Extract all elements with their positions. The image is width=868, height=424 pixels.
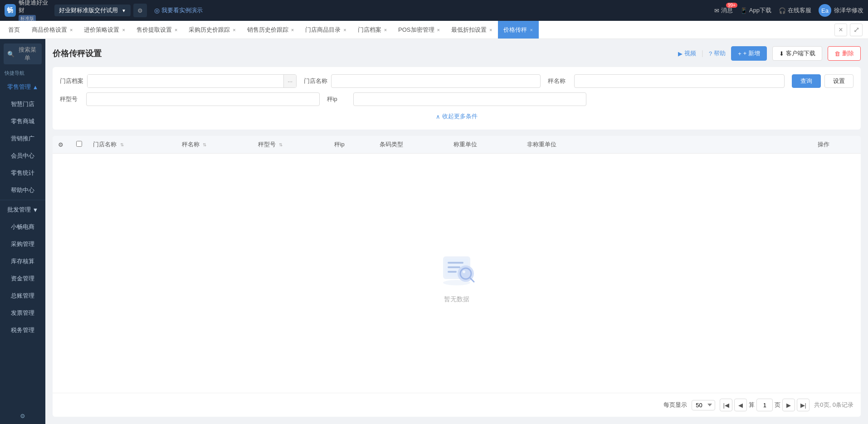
tab-close-icon[interactable]: × xyxy=(530,27,532,33)
sidebar-settings-button[interactable]: ⚙ xyxy=(0,408,45,424)
page-input[interactable] xyxy=(756,399,773,411)
tab-sale-history[interactable]: 销售历史价跟踪 × xyxy=(242,21,300,39)
store-name-label: 门店名称 xyxy=(304,77,327,85)
tab-purchase-strategy[interactable]: 进价策略设置 × xyxy=(78,21,131,39)
svg-rect-5 xyxy=(448,271,457,273)
scale-model-input[interactable] xyxy=(86,92,320,106)
tab-close-icon[interactable]: × xyxy=(384,27,387,33)
per-page-select[interactable]: 10 20 50 100 xyxy=(692,400,715,410)
tab-maximize-button[interactable]: ⤢ xyxy=(850,24,863,36)
add-button[interactable]: + + 新增 xyxy=(731,46,767,61)
sidebar-item-inventory[interactable]: 库存核算 xyxy=(0,253,45,270)
client-download-button[interactable]: ⬇ 客户端下载 xyxy=(772,46,822,61)
video-link[interactable]: ▶ 视频 xyxy=(678,49,696,58)
dropdown-arrow-icon: ▼ xyxy=(122,8,126,13)
help-link[interactable]: ? 帮助 xyxy=(709,49,726,58)
app-download-button[interactable]: 📱 App下载 xyxy=(740,6,771,14)
scale-name-input[interactable] xyxy=(574,74,785,88)
download2-icon: ⬇ xyxy=(779,50,784,57)
first-page-button[interactable]: |◀ xyxy=(720,399,732,411)
tab-bar: 首页 商品价格设置 × 进价策略设置 × 售价提取设置 × 采购历史价跟踪 × … xyxy=(0,21,868,39)
page-content: 价格传秤设置 ▶ 视频 | ? 帮助 + + 新增 xyxy=(45,39,868,424)
table-col-scale-model[interactable]: 秤型号 ⇅ xyxy=(253,136,329,154)
tab-price-scale[interactable]: 价格传秤 × xyxy=(498,21,538,39)
table-container: ⚙ 门店名称 ⇅ 秤名称 ⇅ xyxy=(53,136,861,417)
version-selector[interactable]: 好业财标准版交付试用 ▼ xyxy=(54,5,131,16)
sidebar-item-smart-store[interactable]: 智慧门店 xyxy=(0,96,45,113)
store-name-input[interactable] xyxy=(331,74,541,88)
download-icon: 📱 xyxy=(740,7,747,14)
tab-close-icon[interactable]: × xyxy=(343,27,346,33)
page-actions: ▶ 视频 | ? 帮助 + + 新增 ⬇ 客户端下载 xyxy=(678,46,861,61)
sidebar-item-tax[interactable]: 税务管理 xyxy=(0,322,45,339)
set-button[interactable]: 设置 xyxy=(824,74,853,88)
sidebar-item-invoice[interactable]: 发票管理 xyxy=(0,304,45,322)
store-archive-label: 门店档案 xyxy=(60,77,83,85)
message-button[interactable]: ✉ 消息 99+ xyxy=(714,6,733,14)
delete-button[interactable]: 🗑 删除 xyxy=(828,46,861,61)
prev-page-button[interactable]: ◀ xyxy=(734,399,747,411)
tab-close-all-button[interactable]: × xyxy=(834,24,847,36)
last-page-button[interactable]: ▶| xyxy=(797,399,809,411)
sidebar-nav-label: 快捷导航 xyxy=(0,67,45,78)
tab-store-catalog[interactable]: 门店商品目录 × xyxy=(300,21,352,39)
tab-close-icon[interactable]: × xyxy=(233,27,235,33)
sidebar-item-finance[interactable]: 资金管理 xyxy=(0,270,45,287)
sidebar-item-general-ledger[interactable]: 总账管理 xyxy=(0,287,45,304)
sidebar-item-help-center[interactable]: 帮助中心 xyxy=(0,182,45,199)
tab-home[interactable]: 首页 xyxy=(2,21,26,39)
store-archive-input[interactable] xyxy=(88,75,283,87)
tab-min-discount[interactable]: 最低折扣设置 × xyxy=(446,21,498,39)
select-all-checkbox[interactable] xyxy=(76,141,82,147)
tab-close-icon[interactable]: × xyxy=(122,27,125,33)
online-service-button[interactable]: 🎧 在线客服 xyxy=(779,6,811,14)
total-info: 共0页, 0条记录 xyxy=(814,401,853,409)
table-col-scale-name[interactable]: 秤名称 ⇅ xyxy=(176,136,253,154)
chevron-up-icon: ▲ xyxy=(33,84,39,91)
tab-close-icon[interactable]: × xyxy=(437,27,440,33)
tab-close-icon[interactable]: × xyxy=(489,27,492,33)
scale-ip-input[interactable] xyxy=(353,92,587,106)
page-header: 价格传秤设置 ▶ 视频 | ? 帮助 + + 新增 xyxy=(53,46,861,61)
filter-row-2: 秤型号 秤ip xyxy=(60,92,853,106)
tab-pos-manage[interactable]: POS加密管理 × xyxy=(393,21,446,39)
sidebar-item-wholesale[interactable]: 批发管理 ▼ xyxy=(0,201,45,218)
sidebar-item-retail-mall[interactable]: 零售商城 xyxy=(0,113,45,130)
tab-price-setting[interactable]: 商品价格设置 × xyxy=(26,21,78,39)
message-badge: 99+ xyxy=(726,3,737,8)
store-archive-more-icon[interactable]: ··· xyxy=(283,75,296,87)
tab-purchase-history[interactable]: 采购历史价跟踪 × xyxy=(183,21,241,39)
tab-close-icon[interactable]: × xyxy=(291,27,294,33)
tab-store-archive[interactable]: 门店档案 × xyxy=(352,21,393,39)
collapse-button[interactable]: ∧ 收起更多条件 xyxy=(436,111,478,122)
svg-point-9 xyxy=(463,270,465,273)
sidebar-item-purchase-manage[interactable]: 采购管理 xyxy=(0,236,45,253)
sidebar-item-marketing[interactable]: 营销推广 xyxy=(0,130,45,147)
sidebar-item-xiaochange-ec[interactable]: 小畅电商 xyxy=(0,218,45,236)
tab-close-icon[interactable]: × xyxy=(175,27,177,33)
sidebar-item-member-center[interactable]: 会员中心 xyxy=(0,147,45,164)
search-button[interactable]: 查询 xyxy=(792,74,821,88)
page-title: 价格传秤设置 xyxy=(53,48,102,59)
table-col-store-name[interactable]: 门店名称 ⇅ xyxy=(88,136,176,154)
next-page-button[interactable]: ▶ xyxy=(782,399,795,411)
app-name: 畅捷通好业财 xyxy=(19,0,50,14)
play-icon: ▶ xyxy=(678,50,683,57)
sort-icon: ⇅ xyxy=(120,142,124,147)
empty-text: 暂无数据 xyxy=(444,295,469,304)
sidebar-item-retail-manage[interactable]: 零售管理 ▲ xyxy=(0,78,45,96)
table-col-operation: 操作 xyxy=(812,136,861,154)
gear-icon[interactable]: ⚙ xyxy=(58,141,63,148)
user-menu[interactable]: Ea 徐泽华修改 xyxy=(819,4,863,17)
sidebar-item-retail-stats[interactable]: 零售统计 xyxy=(0,164,45,182)
message-icon: ✉ xyxy=(714,7,719,14)
main-container: 🔍 搜索菜单 快捷导航 零售管理 ▲ 智慧门店 零售商城 营销推广 会员中心 零… xyxy=(0,39,868,424)
sidebar-search-area[interactable]: 🔍 搜索菜单 xyxy=(0,39,45,67)
tab-sale-extract[interactable]: 售价提取设置 × xyxy=(131,21,183,39)
scale-ip-field: 秤ip xyxy=(327,92,587,106)
demo-link[interactable]: ◎ 我要看实例演示 xyxy=(154,6,203,14)
store-archive-field: 门店档案 ··· xyxy=(60,74,297,88)
version-settings-button[interactable]: ⚙ xyxy=(133,4,147,17)
tab-bar-controls: × ⤢ xyxy=(834,24,866,36)
tab-close-icon[interactable]: × xyxy=(70,27,73,33)
